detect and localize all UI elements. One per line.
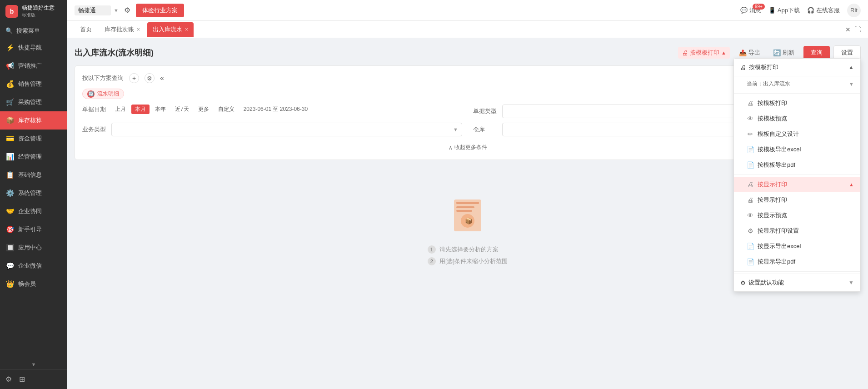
- empty-state-icon: 📦: [445, 193, 490, 238]
- sidebar-item-system[interactable]: ⚙️ 系统管理: [0, 184, 67, 202]
- filter-tag-flow[interactable]: 🔄 流水明细: [82, 89, 124, 99]
- date-option-more[interactable]: 更多: [195, 105, 213, 114]
- sidebar-item-label: 系统管理: [18, 189, 42, 197]
- dropdown-template-excel-label: 按模板导出excel: [758, 145, 801, 154]
- dropdown-item-template-pdf[interactable]: 📄 按模板导出pdf: [734, 157, 860, 173]
- dropdown-footer-label: 设置默认功能: [748, 279, 784, 287]
- step-1-text: 请先选择要分析的方案: [439, 245, 499, 254]
- dropdown-item-display-excel[interactable]: 📄 按显示导出excel: [734, 239, 860, 254]
- sidebar-item-label: 快捷导航: [18, 44, 42, 52]
- business-type-label: 业务类型: [82, 125, 108, 134]
- dropdown-display-settings-icon: ⚙: [747, 227, 754, 234]
- dropdown-display-arrow-up: ▲: [849, 182, 854, 187]
- sidebar-item-inventory[interactable]: 📦 库存核算: [0, 111, 67, 130]
- svg-rect-3: [456, 210, 472, 212]
- operation-icon: 📊: [5, 152, 15, 161]
- sidebar-item-guide[interactable]: 🎯 新手引导: [0, 220, 67, 239]
- dropdown-footer-settings: ⚙ 设置默认功能: [740, 279, 784, 287]
- sidebar-item-basic[interactable]: 📋 基础信息: [0, 166, 67, 184]
- sidebar-item-label: 新手引导: [18, 225, 42, 234]
- tab-batch-account-close[interactable]: ×: [137, 26, 140, 33]
- date-option-this-month[interactable]: 本月: [131, 105, 150, 114]
- print-dropdown-arrow-up[interactable]: ▲: [721, 50, 726, 55]
- sidebar-item-sales[interactable]: 💰 销售管理: [0, 75, 67, 93]
- filter-collapse-icon[interactable]: «: [160, 74, 164, 82]
- quick-nav-icon: ⚡: [5, 43, 15, 52]
- svg-text:📦: 📦: [465, 217, 473, 225]
- export-btn[interactable]: 📤 导出: [735, 47, 764, 59]
- wechat-icon: 💬: [5, 261, 15, 270]
- sidebar-item-label: 经营管理: [18, 153, 42, 161]
- date-range-display: 2023-06-01 至 2023-06-30: [244, 105, 308, 113]
- message-btn[interactable]: 💬 消息 99+: [740, 6, 761, 15]
- export-icon: 📤: [739, 49, 747, 56]
- collapse-sidebar-icon[interactable]: ⊞: [19, 375, 25, 384]
- tab-home[interactable]: 首页: [75, 22, 97, 37]
- filter-tag-icon: 🔄: [87, 90, 95, 98]
- sidebar-item-label: 应用中心: [18, 244, 42, 252]
- date-option-this-year[interactable]: 本年: [151, 105, 170, 114]
- online-service-label: 在线客服: [816, 6, 840, 15]
- tab-home-label: 首页: [80, 25, 92, 34]
- avatar-text: Rit: [850, 7, 858, 14]
- sidebar-item-purchase[interactable]: 🛒 采购管理: [0, 93, 67, 111]
- filter-setting-btn[interactable]: ⚙: [145, 73, 155, 83]
- logo-icon: b: [5, 5, 18, 18]
- dropdown-current-item[interactable]: 当前：出入库流水 ▼: [734, 76, 860, 91]
- sidebar-item-quick-nav[interactable]: ⚡ 快捷导航: [0, 39, 67, 57]
- date-option-custom[interactable]: 自定义: [215, 105, 238, 114]
- tab-batch-account[interactable]: 库存批次账 ×: [99, 22, 145, 37]
- print-template-btn[interactable]: 🖨 按模板打印 ▲: [678, 47, 730, 59]
- user-info-area: 畅捷通 ▼: [75, 5, 119, 15]
- sidebar-item-finance[interactable]: 💳 资金管理: [0, 130, 67, 148]
- trial-btn[interactable]: 体验行业方案: [136, 4, 184, 17]
- app-download-btn[interactable]: 📱 App下载: [768, 6, 800, 15]
- settings-gear-icon[interactable]: ⚙: [124, 6, 130, 15]
- dropdown-footer-arrow: ▼: [848, 279, 854, 286]
- tabs-right-area: ✕ ⛶: [845, 26, 861, 33]
- dropdown-collapse-btn[interactable]: ▲: [848, 64, 854, 70]
- dropdown-display-print-icon: 🖨: [747, 196, 754, 204]
- dropdown-item-display-print[interactable]: 🖨 按显示打印: [734, 192, 860, 208]
- sidebar-item-wechat[interactable]: 💬 企业微信: [0, 257, 67, 275]
- message-badge: 99+: [753, 4, 765, 10]
- sidebar-item-member[interactable]: 👑 畅会员: [0, 275, 67, 293]
- sales-icon: 💰: [5, 80, 15, 89]
- dropdown-template-preview-icon: 👁: [747, 115, 754, 122]
- username-display[interactable]: 畅捷通: [75, 5, 111, 15]
- settings-footer-icon[interactable]: ⚙: [5, 375, 12, 384]
- dropdown-item-display-print-header[interactable]: 🖨 按显示打印 ▲: [734, 177, 860, 192]
- scroll-down-indicator[interactable]: ▼: [0, 360, 67, 369]
- filter-add-btn[interactable]: +: [129, 73, 139, 83]
- close-tab-icon[interactable]: ✕: [845, 26, 851, 33]
- dropdown-item-display-pdf[interactable]: 📄 按显示导出pdf: [734, 254, 860, 269]
- business-type-select[interactable]: ▼: [111, 123, 462, 136]
- user-dropdown-arrow[interactable]: ▼: [114, 8, 119, 13]
- dropdown-item-template-design[interactable]: ✏ 模板自定义设计: [734, 126, 860, 142]
- dropdown-item-display-print-settings[interactable]: ⚙ 按显示打印设置: [734, 223, 860, 239]
- user-avatar[interactable]: Rit: [847, 4, 861, 17]
- sidebar-item-enterprise[interactable]: 🤝 企业协同: [0, 202, 67, 220]
- date-option-7days[interactable]: 近7天: [171, 105, 193, 114]
- sidebar-item-operation[interactable]: 📊 经营管理: [0, 148, 67, 166]
- sidebar-item-app-center[interactable]: 🔲 应用中心: [0, 239, 67, 257]
- dropdown-item-display-preview[interactable]: 👁 按显示预览: [734, 208, 860, 223]
- query-btn[interactable]: 查询: [803, 46, 830, 60]
- dropdown-footer-settings-icon: ⚙: [740, 279, 746, 286]
- tab-in-out-flow[interactable]: 出入库流水 ×: [147, 22, 194, 37]
- dropdown-item-template-preview[interactable]: 👁 按模板预览: [734, 111, 860, 126]
- sidebar-item-marketing[interactable]: 📢 营销推广: [0, 57, 67, 75]
- dropdown-footer[interactable]: ⚙ 设置默认功能 ▼: [734, 274, 860, 291]
- warehouse-label: 仓库: [473, 125, 499, 134]
- guide-icon: 🎯: [5, 225, 15, 234]
- refresh-btn[interactable]: 🔄 刷新: [769, 47, 798, 59]
- tab-in-out-flow-close[interactable]: ×: [185, 26, 188, 33]
- online-service-btn[interactable]: 🎧 在线客服: [807, 6, 840, 15]
- dropdown-item-template-excel[interactable]: 📄 按模板导出excel: [734, 142, 860, 157]
- version-label: 标准版: [22, 12, 55, 18]
- expand-tab-icon[interactable]: ⛶: [854, 26, 861, 33]
- dropdown-item-template-print[interactable]: 🖨 按模板打印: [734, 95, 860, 111]
- date-option-last-month[interactable]: 上月: [111, 105, 130, 114]
- dropdown-display-print-label: 按显示打印: [758, 196, 787, 204]
- search-menu-btn[interactable]: 🔍 搜索菜单: [0, 23, 67, 39]
